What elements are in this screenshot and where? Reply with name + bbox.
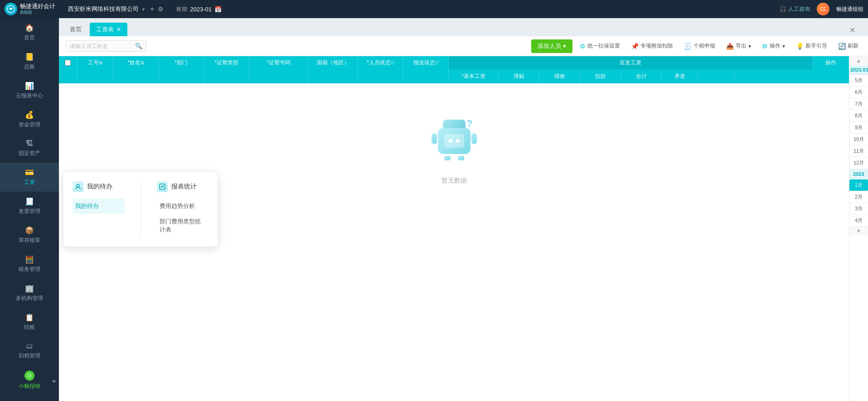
- th-job-no-sort[interactable]: ⇅: [99, 60, 102, 65]
- tab-home-label: 首页: [70, 26, 82, 33]
- sidebar-item-tax[interactable]: 🧮 税务管理: [0, 250, 59, 279]
- th-cert-no: *证塑号码: [249, 56, 308, 69]
- sidebar-label-inventory: 库存核算: [19, 237, 40, 244]
- th2-performance-label: 绩效: [554, 72, 565, 80]
- company-dropdown-arrow[interactable]: ▾: [142, 7, 145, 12]
- customer-service-btn[interactable]: 🎧 人工咨询: [780, 5, 810, 13]
- month-item-12[interactable]: 12月: [849, 157, 868, 169]
- header-plus-btn[interactable]: +: [150, 5, 154, 13]
- user-name[interactable]: 畅捷通组组: [836, 5, 863, 13]
- month-nav-down-btn[interactable]: ▼: [849, 227, 868, 236]
- sidebar-item-assets[interactable]: 🏗 固定资产: [0, 134, 59, 163]
- sidebar-item-basic[interactable]: ⚙ 基础设置: [0, 396, 59, 401]
- popup-divider: [141, 181, 141, 237]
- month-item-3[interactable]: 3月: [849, 203, 868, 215]
- popup-menu: 我的待办 我的待办 报表统计 费用趋势分析 部门: [63, 172, 218, 246]
- operations-btn[interactable]: ⚙ 操作 ▾: [759, 40, 788, 52]
- month-item-8[interactable]: 8月: [849, 110, 868, 122]
- sidebar-item-salary[interactable]: 💳 工资: [0, 163, 59, 192]
- sidebar-item-home[interactable]: 🏠 首页: [0, 18, 59, 47]
- month-item-10[interactable]: 10月: [849, 134, 868, 145]
- th2-checkbox: [59, 69, 77, 83]
- th-name-sort[interactable]: ⇅: [141, 60, 144, 65]
- tab-home[interactable]: 首页: [63, 23, 88, 36]
- popup-col-reports: 报表统计 费用趋势分析 部门费用类型统计表: [157, 181, 209, 237]
- header-settings-btn[interactable]: ⚙: [158, 5, 164, 13]
- social-security-icon: ⚙: [580, 43, 586, 50]
- popup-item-my-todo[interactable]: 我的待办: [73, 198, 125, 214]
- th-cert-type-label: *证塑类型: [214, 59, 238, 67]
- popup-item-expense-trend[interactable]: 费用趋势分析: [157, 198, 209, 214]
- close-all-btn[interactable]: ✕: [846, 24, 859, 36]
- empty-illustration: ?: [427, 120, 481, 169]
- operations-label: 操作: [770, 42, 781, 50]
- month-item-2[interactable]: 2月: [849, 191, 868, 203]
- th-report-status-filter[interactable]: ▽: [435, 60, 439, 65]
- calendar-icon[interactable]: 📅: [214, 6, 222, 13]
- month-nav-up-btn[interactable]: ▲: [849, 56, 868, 65]
- th-person-status-filter[interactable]: ▽: [391, 60, 394, 65]
- salary-icon: 💳: [25, 168, 34, 177]
- month-item-7[interactable]: 7月: [849, 98, 868, 110]
- personal-tax-btn[interactable]: 🧾 个税申报: [681, 40, 718, 52]
- month-item-11[interactable]: 11月: [849, 145, 868, 157]
- tax-icon: 🧮: [25, 255, 34, 264]
- tab-close-btn[interactable]: ✕: [116, 26, 121, 33]
- th-salary-group-label: 应发工资: [620, 59, 641, 67]
- sidebar-label-home: 首页: [24, 34, 35, 42]
- popup-item-expense-trend-label: 费用趋势分析: [160, 203, 195, 209]
- select-all-checkbox[interactable]: [65, 60, 71, 66]
- th-operations: 操作: [813, 56, 849, 69]
- sidebar-item-inventory[interactable]: 📦 库存核算: [0, 221, 59, 250]
- th-operations-label: 操作: [825, 59, 836, 67]
- month-item-5[interactable]: 5月: [849, 75, 868, 87]
- operations-icon: ⚙: [762, 43, 768, 50]
- refresh-btn[interactable]: 🔄 刷新: [835, 40, 861, 52]
- add-person-dropdown-arrow: ▾: [563, 43, 566, 49]
- sidebar-item-settle[interactable]: 📋 结账: [0, 308, 59, 337]
- sidebar-item-archive[interactable]: 🗂 归档管理: [0, 337, 59, 365]
- xiaochang-arrow: ◀: [52, 378, 55, 383]
- th-dept: *部门: [159, 56, 204, 69]
- month-item-9[interactable]: 9月: [849, 122, 868, 134]
- th2-nationality: [308, 69, 358, 83]
- special-deduct-btn[interactable]: 📌 专项附加扣除: [628, 40, 676, 52]
- settle-icon: 📋: [25, 313, 34, 322]
- month-item-1[interactable]: 1月: [849, 179, 868, 191]
- robot-foot-right: [458, 156, 464, 160]
- invoice-icon: 🧾: [25, 197, 34, 206]
- th2-basic-salary-label: *基本工资: [461, 72, 485, 80]
- search-icon[interactable]: 🔍: [135, 43, 142, 49]
- search-input[interactable]: [70, 43, 133, 49]
- archive-icon: 🗂: [26, 342, 33, 350]
- robot-face: [444, 134, 464, 148]
- th2-allowance: 津贴: [499, 69, 539, 83]
- sidebar-item-multiorg[interactable]: 🏢 多机构管理: [0, 279, 59, 308]
- user-avatar[interactable]: CE: [817, 3, 829, 15]
- month-item-4[interactable]: 4月: [849, 215, 868, 227]
- sidebar-item-invoice[interactable]: 🧾 发票管理: [0, 192, 59, 221]
- th-job-no: 工号 ⇅: [77, 56, 113, 69]
- sidebar-item-funds[interactable]: 💰 资金管理: [0, 105, 59, 134]
- th-nationality-label: 国籍（地区）: [317, 59, 349, 67]
- new-guide-btn[interactable]: 💡 新手引导: [793, 40, 830, 52]
- sidebar-label-xiaochang: 小畅报销: [19, 382, 40, 390]
- sidebar-item-ledger[interactable]: 📒 总账: [0, 47, 59, 76]
- th2-total-label: 合计: [636, 72, 647, 80]
- popup-item-dept-expense[interactable]: 部门费用类型统计表: [157, 214, 209, 237]
- robot-body: ?: [438, 128, 470, 154]
- sidebar-item-xiaochang[interactable]: G 小畅报销 ◀: [0, 365, 59, 396]
- social-security-btn[interactable]: ⚙ 统一社保设置: [577, 40, 623, 52]
- th-person-status: *人员状态 ▽: [358, 56, 403, 69]
- add-person-btn[interactable]: 添加人员 ▾: [531, 39, 572, 53]
- export-btn[interactable]: 📤 导出 ▾: [723, 40, 754, 52]
- th2-deduction: 扣款: [580, 69, 621, 83]
- period-value[interactable]: 2023-01: [190, 6, 212, 13]
- sidebar-item-reports[interactable]: 📊 云报表中心: [0, 76, 59, 105]
- month-item-6[interactable]: 6月: [849, 87, 868, 98]
- assets-icon: 🏗: [26, 140, 33, 148]
- tab-salary-table[interactable]: 工资表 ✕: [90, 23, 127, 36]
- th-checkbox[interactable]: [59, 56, 77, 69]
- sidebar-label-assets: 固定资产: [19, 150, 40, 157]
- sidebar-label-reports: 云报表中心: [16, 92, 43, 100]
